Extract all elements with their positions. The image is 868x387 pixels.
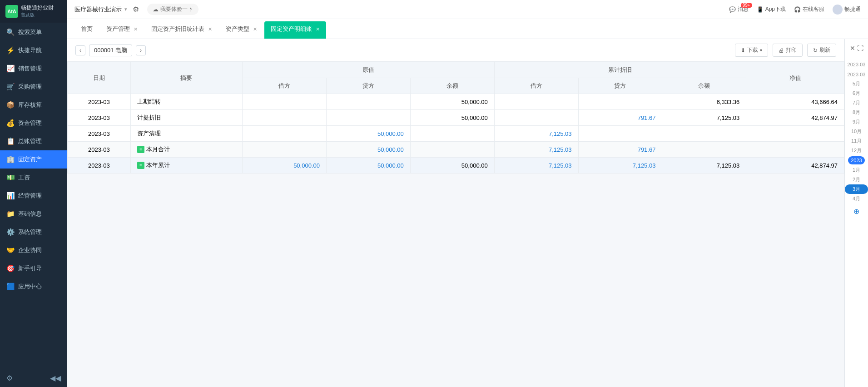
- timeline-month-6[interactable]: 6月: [845, 89, 868, 98]
- col-accumulated-depreciation: 累计折旧: [494, 62, 746, 78]
- prev-asset-button[interactable]: ‹: [75, 45, 85, 55]
- table-row: 2023-03 ≡本年累计 50,000.00 50,000.00 50,000…: [68, 158, 844, 174]
- download-button[interactable]: ⬇ 下载 ▾: [735, 44, 768, 57]
- data-table-container: 日期 摘要 原值 累计折旧 净值 借方 贷方 余额 借方 贷方 余额: [67, 62, 844, 387]
- sidebar-item-label: 工资: [18, 174, 30, 182]
- money-icon: 💰: [6, 119, 15, 127]
- panel-close-icon[interactable]: ✕: [850, 45, 855, 55]
- sidebar-item-operations[interactable]: 📊 经营管理: [0, 187, 67, 205]
- timeline-month-10[interactable]: 10月: [845, 127, 868, 136]
- message-badge: 99+: [741, 3, 752, 8]
- company-settings-icon[interactable]: ⚙: [133, 5, 139, 14]
- tab-depreciation-close-icon[interactable]: ✕: [208, 26, 212, 32]
- cell-summary: 计提折旧: [130, 110, 242, 126]
- cell-date: 2023-03: [68, 142, 131, 158]
- cell-summary: ≡本年累计: [130, 158, 242, 174]
- box-icon: 📦: [6, 101, 15, 109]
- tab-assetdetail[interactable]: 固定资产明细账 ✕: [264, 21, 326, 39]
- app-download-button[interactable]: 📱 App下载: [757, 5, 786, 13]
- tab-assetmgr-label: 资产管理: [106, 25, 130, 33]
- topbar-right: 💬 消息 99+ 📱 App下载 🎧 在线客服 畅捷通: [729, 5, 861, 15]
- sidebar-item-sales[interactable]: 📈 销售管理: [0, 60, 67, 78]
- next-asset-button[interactable]: ›: [136, 45, 146, 55]
- cell-net-value: [746, 126, 844, 142]
- sidebar-item-basicinfo[interactable]: 📁 基础信息: [0, 205, 67, 223]
- sidebar-item-collab[interactable]: 🤝 企业协同: [0, 241, 67, 259]
- cell-acc-balance: [662, 126, 746, 142]
- online-service-label: 在线客服: [803, 5, 824, 13]
- sidebar-item-funds[interactable]: 💰 资金管理: [0, 114, 67, 132]
- cell-orig-debit: [243, 142, 327, 158]
- timeline-month-7[interactable]: 7月: [845, 98, 868, 108]
- main-area: 医疗器械行业演示 ▾ ⚙ ☁ 我要体验一下 💬 消息 99+ 📱 App下载 🎧…: [67, 0, 868, 387]
- sidebar-bottom: ⚙ ◀◀: [0, 369, 67, 387]
- sidebar-item-salary[interactable]: 💵 工资: [0, 169, 67, 187]
- print-button[interactable]: 🖨 打印: [773, 44, 803, 57]
- tab-home[interactable]: 首页: [74, 21, 99, 39]
- refresh-button[interactable]: ↻ 刷新: [807, 44, 836, 57]
- scroll-down-icon[interactable]: ⊕: [853, 207, 859, 216]
- table-row: 2023-03 资产清理 50,000.00 7,125.03: [68, 126, 844, 142]
- sidebar-item-fixedassets[interactable]: 🏢 固定资产: [0, 150, 67, 169]
- app-name: 畅捷通好业财: [21, 5, 54, 12]
- sidebar-item-label: 经营管理: [18, 192, 42, 200]
- timeline-month-1[interactable]: 1月: [845, 165, 868, 175]
- tab-assetdetail-close-icon[interactable]: ✕: [316, 26, 320, 32]
- sidebar-item-guide[interactable]: 🎯 新手引导: [0, 259, 67, 278]
- detail-actions: ⬇ 下载 ▾ 🖨 打印 ↻ 刷新: [735, 44, 836, 57]
- timeline-month-3[interactable]: 3月: [845, 184, 868, 194]
- tabs-bar: 首页 资产管理 ✕ 固定资产折旧统计表 ✕ 资产类型 ✕ 固定资产明细账 ✕: [67, 19, 868, 39]
- panel-expand-icon[interactable]: ⛶: [857, 45, 863, 52]
- timeline-month-4[interactable]: 4月: [845, 194, 868, 203]
- sidebar-item-appcenter[interactable]: 🟦 应用中心: [0, 278, 67, 296]
- cell-acc-balance: 7,125.03: [662, 110, 746, 126]
- company-selector[interactable]: 医疗器械行业演示 ▾: [74, 5, 127, 14]
- lightning-icon: ⚡: [6, 46, 15, 55]
- timeline-top-date: 2023.03: [848, 62, 866, 67]
- timeline-month-5[interactable]: 5月: [845, 79, 868, 89]
- table-row: 2023-03 上期结转 50,000.00 6,333.36 43,666.6…: [68, 94, 844, 110]
- tab-assettype-label: 资产类型: [226, 25, 249, 33]
- col-acc-balance: 余额: [662, 78, 746, 94]
- refresh-icon: ↻: [813, 47, 818, 54]
- cell-date: 2023-03: [68, 126, 131, 142]
- sidebar-item-label: 采购管理: [18, 83, 42, 91]
- timeline-month-2[interactable]: 2月: [845, 175, 868, 184]
- messages-button[interactable]: 💬 消息 99+: [729, 5, 749, 13]
- timeline-month-11[interactable]: 11月: [845, 136, 868, 146]
- cell-acc-credit: [578, 126, 662, 142]
- tab-assettype-close-icon[interactable]: ✕: [253, 26, 257, 32]
- cell-orig-balance: [410, 126, 494, 142]
- timeline-month-8[interactable]: 8月: [845, 108, 868, 117]
- search-icon: 🔍: [6, 28, 15, 36]
- sidebar-item-quicknav[interactable]: ⚡ 快捷导航: [0, 41, 67, 60]
- tab-depreciation[interactable]: 固定资产折旧统计表 ✕: [145, 21, 218, 39]
- col-orig-credit: 贷方: [326, 78, 410, 94]
- settings-icon[interactable]: ⚙: [6, 374, 13, 382]
- cell-orig-credit: [326, 94, 410, 110]
- cell-orig-balance: 50,000.00: [410, 94, 494, 110]
- tab-assettype[interactable]: 资产类型 ✕: [219, 21, 263, 39]
- col-date: 日期: [68, 62, 131, 94]
- online-service-button[interactable]: 🎧 在线客服: [794, 5, 824, 13]
- timeline-year-2023[interactable]: 2023: [848, 156, 864, 164]
- sidebar-item-label: 应用中心: [18, 283, 42, 291]
- sidebar-item-search[interactable]: 🔍 搜索菜单: [0, 23, 67, 41]
- experience-button[interactable]: ☁ 我要体验一下: [147, 4, 198, 15]
- tab-assetdetail-label: 固定资产明细账: [271, 25, 312, 33]
- sidebar-item-ledger[interactable]: 📋 总账管理: [0, 132, 67, 150]
- tab-assetmgr-close-icon[interactable]: ✕: [134, 26, 138, 32]
- sidebar-item-system[interactable]: ⚙️ 系统管理: [0, 223, 67, 241]
- cell-acc-debit: [494, 94, 578, 110]
- cell-acc-debit: 7,125.03: [494, 126, 578, 142]
- tab-assetmgr[interactable]: 资产管理 ✕: [100, 21, 144, 39]
- user-menu[interactable]: 畅捷通: [833, 5, 861, 15]
- collapse-sidebar-button[interactable]: ◀◀: [50, 374, 61, 382]
- cell-acc-balance: 6,333.36: [662, 94, 746, 110]
- timeline-month-9[interactable]: 9月: [845, 117, 868, 127]
- sidebar-item-inventory[interactable]: 📦 库存核算: [0, 96, 67, 114]
- cell-acc-credit: 7,125.03: [578, 158, 662, 174]
- timeline-month-12[interactable]: 12月: [845, 146, 868, 155]
- col-acc-credit: 贷方: [578, 78, 662, 94]
- sidebar-item-purchase[interactable]: 🛒 采购管理: [0, 78, 67, 96]
